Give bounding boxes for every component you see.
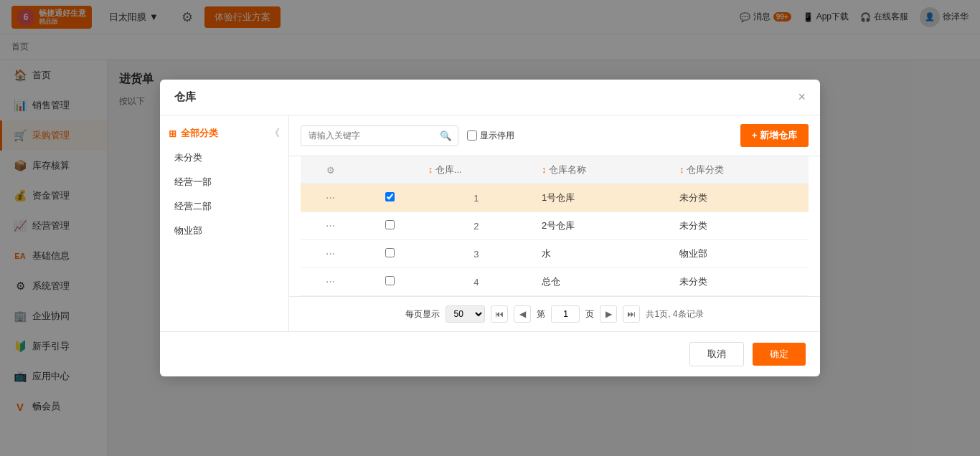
search-bar: 🔍 显示停用 + 新增仓库 [289, 115, 820, 156]
first-page-button[interactable]: ⏮ [491, 305, 508, 323]
total-info: 共1页, 4条记录 [646, 308, 703, 320]
row-category-cell: 物业部 [671, 240, 809, 268]
page-unit: 页 [585, 308, 594, 320]
confirm-button[interactable]: 确定 [753, 343, 806, 366]
row-more-button[interactable]: ··· [326, 191, 335, 204]
col-code: ↕ 仓库... [420, 156, 533, 184]
warehouse-table: ⚙ ↕ 仓库... ↕ 仓库名称 ↕ [301, 156, 809, 296]
col-settings[interactable]: ⚙ [301, 156, 360, 184]
row-select-cell [360, 184, 419, 212]
row-name-cell: 总仓 [533, 268, 671, 296]
row-select-checkbox[interactable] [385, 248, 395, 257]
row-select-cell [360, 212, 419, 240]
row-more-button[interactable]: ··· [326, 275, 335, 288]
show-disabled-checkbox[interactable] [467, 130, 477, 141]
row-actions-cell[interactable]: ··· [301, 240, 360, 268]
row-index: 3 [420, 240, 533, 268]
row-name-cell: 2号仓库 [533, 212, 671, 240]
table-header-row: ⚙ ↕ 仓库... ↕ 仓库名称 ↕ [301, 156, 809, 184]
per-page-label: 每页显示 [405, 308, 440, 320]
row-actions-cell[interactable]: ··· [301, 184, 360, 212]
search-button[interactable]: 🔍 [434, 126, 458, 146]
row-category-cell: 未分类 [671, 268, 809, 296]
row-select-cell [360, 268, 419, 296]
category-item-property[interactable]: 物业部 [160, 219, 288, 243]
modal-footer: 取消 确定 [160, 331, 820, 376]
row-more-button[interactable]: ··· [326, 247, 335, 260]
page-number-input[interactable] [551, 305, 580, 323]
per-page-select[interactable]: 50 20 100 [446, 305, 485, 323]
modal-title: 仓库 [174, 90, 196, 104]
row-select-checkbox[interactable] [385, 276, 395, 285]
row-select-checkbox[interactable] [385, 192, 395, 201]
pagination: 每页显示 50 20 100 ⏮ ◀ 第 页 ▶ ⏭ 共1页, 4条记录 [289, 296, 820, 331]
category-panel: ⊞ 全部分类 《 未分类 经营一部 经营二部 物业部 [160, 115, 289, 331]
prev-page-button[interactable]: ◀ [514, 305, 531, 323]
next-page-button[interactable]: ▶ [600, 305, 617, 323]
warehouse-modal: 仓库 × ⊞ 全部分类 《 未分类 经营一部 经营二部 物业部 🔍 [160, 80, 820, 376]
category-item-ops2[interactable]: 经营二部 [160, 194, 288, 219]
show-disabled-label[interactable]: 显示停用 [467, 130, 514, 142]
row-name-cell: 水 [533, 240, 671, 268]
row-name-cell: 1号仓库 [533, 184, 671, 212]
page-label: 第 [537, 308, 545, 320]
cancel-button[interactable]: 取消 [689, 342, 744, 366]
last-page-button[interactable]: ⏭ [623, 305, 640, 323]
col-category: ↕ 仓库分类 [671, 156, 809, 184]
row-index: 1 [420, 184, 533, 212]
row-select-checkbox[interactable] [385, 220, 395, 229]
table-row[interactable]: ··· 4 总仓 未分类 [301, 268, 809, 296]
add-warehouse-button[interactable]: + 新增仓库 [740, 124, 809, 147]
right-panel: 🔍 显示停用 + 新增仓库 ⚙ ↕ [289, 115, 820, 331]
modal-body: ⊞ 全部分类 《 未分类 经营一部 经营二部 物业部 🔍 显示停用 [160, 115, 820, 331]
table-wrap: ⚙ ↕ 仓库... ↕ 仓库名称 ↕ [289, 156, 820, 296]
search-input-wrap: 🔍 [301, 125, 458, 146]
col-name: ↕ 仓库名称 [533, 156, 671, 184]
table-row[interactable]: ··· 1 1号仓库 未分类 [301, 184, 809, 212]
table-row[interactable]: ··· 2 2号仓库 未分类 [301, 212, 809, 240]
category-all[interactable]: ⊞ 全部分类 《 [160, 121, 288, 146]
row-more-button[interactable]: ··· [326, 219, 335, 232]
row-index: 4 [420, 268, 533, 296]
row-actions-cell[interactable]: ··· [301, 268, 360, 296]
collapse-button[interactable]: 《 [270, 127, 280, 140]
table-row[interactable]: ··· 3 水 物业部 [301, 240, 809, 268]
row-index: 2 [420, 212, 533, 240]
row-category-cell: 未分类 [671, 184, 809, 212]
row-select-cell [360, 240, 419, 268]
search-input[interactable] [301, 126, 434, 145]
grid-icon: ⊞ [169, 128, 176, 139]
modal-close-button[interactable]: × [798, 90, 806, 105]
category-item-ops1[interactable]: 经营一部 [160, 170, 288, 194]
col-checkbox [360, 156, 419, 184]
row-category-cell: 未分类 [671, 212, 809, 240]
table-body: ··· 1 1号仓库 未分类 ··· 2 2号仓库 未分类 ··· [301, 184, 809, 296]
modal-header: 仓库 × [160, 80, 820, 115]
category-item-unclassified[interactable]: 未分类 [160, 146, 288, 170]
row-actions-cell[interactable]: ··· [301, 212, 360, 240]
